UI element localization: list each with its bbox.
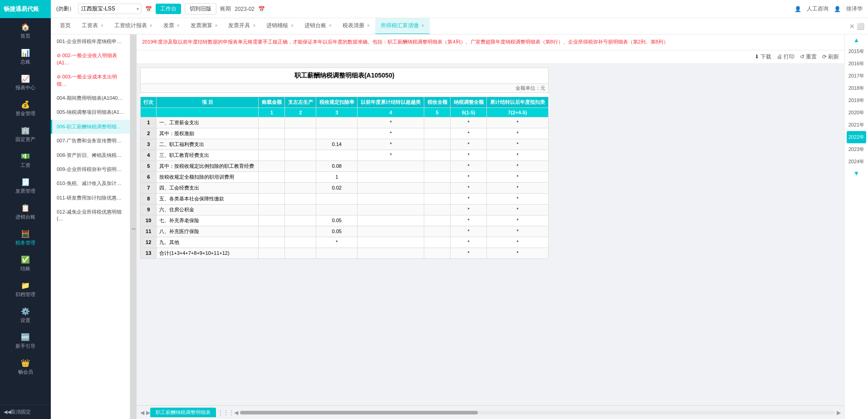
- notice-bar: 2019年度涉及取以前年度结转数据的申报表单元格需要手工核正确，才能保证本年以后…: [137, 34, 844, 50]
- support-text[interactable]: 人工咨询: [807, 5, 829, 13]
- year-scroll-up[interactable]: ▲: [845, 34, 868, 45]
- tab-工资统计报表[interactable]: 工资统计报表×: [109, 18, 158, 34]
- list-item-004[interactable]: 004-期间费用明细表(A1040…: [51, 91, 130, 105]
- cell-col6: *: [451, 248, 487, 258]
- tab-close-icon[interactable]: ×: [177, 23, 180, 28]
- back-btn[interactable]: 切到旧版: [185, 3, 216, 15]
- tab-expand-icon[interactable]: ⬜: [857, 23, 864, 30]
- list-item-012[interactable]: 012-减免企业所得税优惠明细(…: [51, 205, 130, 226]
- print-btn[interactable]: 🖨 打印: [777, 53, 794, 61]
- cell-col2: [285, 248, 316, 258]
- year-item-2016年[interactable]: 2016年: [847, 58, 866, 70]
- settle-icon: ✅: [21, 255, 30, 264]
- cell-col1: [259, 215, 285, 226]
- sidebar-item-report[interactable]: 📈报表中心: [0, 70, 51, 96]
- cell-col2: [285, 204, 316, 215]
- year-item-2019年[interactable]: 2019年: [847, 94, 866, 107]
- tab-close-icon[interactable]: ×: [422, 23, 424, 28]
- tab-close-all-icon[interactable]: ✕: [849, 23, 855, 30]
- list-item-008[interactable]: 008-资产折旧、摊销及纳税…: [51, 148, 130, 162]
- tab-close-icon[interactable]: ×: [150, 23, 152, 28]
- year-item-2023年[interactable]: 2023年: [847, 143, 866, 156]
- tab-close-icon[interactable]: ×: [215, 23, 218, 28]
- col-sub-col1: 1: [259, 107, 285, 117]
- cell-row_index: 6: [141, 171, 157, 182]
- list-item-010[interactable]: 010-免税、减计收入及加计…: [51, 176, 130, 190]
- download-btn[interactable]: ⬇ 下载: [755, 53, 771, 61]
- scroll-right-icon[interactable]: ▶: [146, 409, 150, 416]
- list-item-006[interactable]: 006-职工薪酬纳税调整明细…: [51, 120, 130, 134]
- tab-menu-icon[interactable]: ⋮⋮⋮: [218, 409, 234, 416]
- sidebar-item-archive[interactable]: 📁归档管理: [0, 277, 51, 302]
- tab-税表清册[interactable]: 税表清册×: [337, 18, 375, 34]
- tab-close-icon[interactable]: ×: [253, 23, 255, 28]
- tab-发票测算[interactable]: 发票测算×: [185, 18, 223, 34]
- tab-close-icon[interactable]: ×: [101, 23, 103, 28]
- bottom-tab-item[interactable]: 职工薪酬纳税调整明细表: [150, 408, 216, 417]
- list-item-007[interactable]: 007-广告费和业务宣传费明…: [51, 134, 130, 148]
- sidebar-item-sales[interactable]: 📋进销台账: [0, 199, 51, 225]
- cell-col6: *: [451, 204, 487, 215]
- cell-col6: *: [451, 117, 487, 128]
- cancel-fixed-btn[interactable]: ◀◀ 取消固定: [0, 404, 51, 419]
- tab-所得税汇算清缴[interactable]: 所得税汇算清缴×: [375, 18, 430, 34]
- sidebar-item-home[interactable]: 🏠首页: [0, 18, 51, 44]
- year-item-2015年[interactable]: 2015年: [847, 45, 866, 58]
- year-item-2021年[interactable]: 2021年: [847, 119, 866, 131]
- sidebar-item-label: 畅会员: [18, 369, 33, 375]
- sidebar-item-label: 首页: [20, 33, 30, 39]
- tab-进销稽核[interactable]: 进销稽核×: [261, 18, 299, 34]
- tab-进销台账[interactable]: 进销台账×: [299, 18, 337, 34]
- year-item-2017年[interactable]: 2017年: [847, 70, 866, 82]
- year-item-2020年[interactable]: 2020年: [847, 107, 866, 119]
- sidebar-item-settle[interactable]: ✅结账: [0, 251, 51, 277]
- cell-col5: [424, 128, 451, 139]
- cell-col6: *: [451, 193, 487, 204]
- sidebar-item-member[interactable]: 👑畅会员: [0, 354, 51, 380]
- tab-首页[interactable]: 首页: [54, 18, 76, 34]
- sidebar-item-ledger[interactable]: 📊总账: [0, 44, 51, 70]
- sidebar-item-payroll[interactable]: 💵工资: [0, 147, 51, 173]
- list-item-009[interactable]: 009-企业所得税弥补亏损明…: [51, 162, 130, 176]
- tabs-actions: ✕ ⬜: [849, 23, 864, 30]
- list-item-001[interactable]: 001-企业所得税年度纳税申…: [51, 34, 130, 49]
- year-item-2024年[interactable]: 2024年: [847, 156, 866, 168]
- collapse-toggle[interactable]: 《: [130, 34, 137, 419]
- scroll-h-left[interactable]: ◀: [234, 409, 238, 416]
- sidebar-item-fixed-asset[interactable]: 🏢固定资产: [0, 122, 51, 147]
- list-panel: 001-企业所得税年度纳税申…⊘ 002-一般企业收入明细表(A1…⊘ 003-…: [51, 34, 130, 419]
- year-scroll-down[interactable]: ▼: [845, 168, 868, 179]
- sidebar-item-invoice[interactable]: 🧾发票管理: [0, 173, 51, 199]
- sidebar-item-settings[interactable]: ⚙️设置: [0, 302, 51, 328]
- sidebar-item-asset-mgmt[interactable]: 💰资金管理: [0, 96, 51, 122]
- tab-发票开具[interactable]: 发票开具×: [223, 18, 261, 34]
- tab-发票[interactable]: 发票×: [158, 18, 185, 34]
- scroll-left-icon[interactable]: ◀: [140, 409, 144, 416]
- scroll-h-right[interactable]: ▶: [837, 409, 841, 416]
- reset-btn[interactable]: ↺ 重置: [800, 53, 817, 61]
- workspace-btn[interactable]: 工作台: [156, 4, 181, 14]
- cell-col6: *: [451, 161, 487, 171]
- sidebar-item-guide[interactable]: 🆕新手引导: [0, 328, 51, 354]
- year-item-2022年[interactable]: 2022年: [847, 131, 866, 143]
- tab-close-icon[interactable]: ×: [367, 23, 370, 28]
- company-selector[interactable]: 江西股宝-LSS: [78, 4, 142, 14]
- cell-col4: [358, 226, 424, 237]
- tabs-bar: 首页工资表×工资统计报表×发票×发票测算×发票开具×进销稽核×进销台账×税表清册…: [51, 18, 868, 34]
- list-item-011[interactable]: 011-研发费用加计扣除优惠…: [51, 191, 130, 205]
- support-icon: 👤: [794, 6, 801, 12]
- sidebar-item-tax[interactable]: 🧮税务管理: [0, 225, 51, 251]
- tab-工资表[interactable]: 工资表×: [76, 18, 109, 34]
- list-item-002[interactable]: ⊘ 002-一般企业收入明细表(A1…: [51, 49, 130, 70]
- cell-item: 一、工资薪金支出: [157, 117, 259, 128]
- list-item-003[interactable]: ⊘ 003-一般企业成本支出明细…: [51, 70, 130, 91]
- tab-close-icon[interactable]: ×: [329, 23, 332, 28]
- cell-col3: [316, 117, 358, 128]
- tab-close-icon[interactable]: ×: [291, 23, 294, 28]
- refresh-btn[interactable]: ⟳ 刷新: [822, 53, 839, 61]
- report-icon: 📈: [21, 74, 30, 83]
- cell-col1: [259, 182, 285, 193]
- year-item-2018年[interactable]: 2018年: [847, 82, 866, 94]
- list-item-005[interactable]: 005-纳税调整项目明细表(A1…: [51, 105, 130, 119]
- col-sub-col4: 4: [358, 107, 424, 117]
